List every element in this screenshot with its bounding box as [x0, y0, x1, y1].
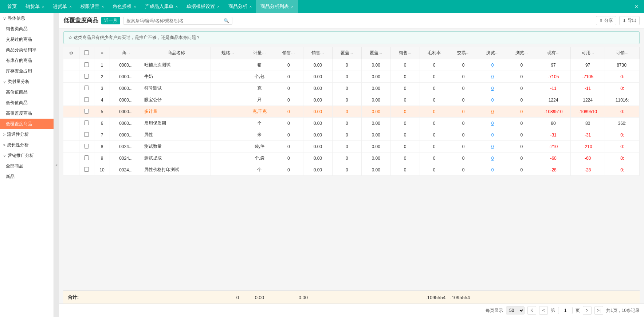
sidebar-section-flow[interactable]: > 流通性分析	[0, 129, 54, 140]
nav-goods-analysis[interactable]: 商品分析 ×	[224, 0, 256, 13]
row-browse1[interactable]: 0	[478, 164, 507, 176]
nav-role-auth[interactable]: 角色授权 ×	[108, 0, 140, 13]
row-checkbox[interactable]	[79, 118, 94, 129]
row-browse1[interactable]: 0	[478, 71, 507, 83]
col-spec[interactable]: 规格...	[211, 47, 245, 59]
nav-product-entry[interactable]: 产成品入库单 ×	[141, 0, 182, 13]
nav-close-role[interactable]: ×	[134, 4, 136, 9]
nav-close-product[interactable]: ×	[176, 4, 178, 9]
nav-close-purchase[interactable]: ×	[69, 4, 71, 9]
export-button[interactable]: ⬇ 导出	[619, 16, 640, 25]
col-cov2[interactable]: 覆盖...	[361, 47, 390, 59]
sidebar-item-traded-goods[interactable]: 交易过的商品	[0, 34, 54, 45]
col-settings[interactable]: ⚙	[63, 47, 79, 59]
col-trade[interactable]: 交易...	[449, 47, 478, 59]
page-size-select[interactable]: 50 100 200	[506, 306, 525, 314]
col-code[interactable]: 商...	[110, 47, 142, 59]
row-browse1[interactable]: 0	[478, 83, 507, 94]
next-page-button[interactable]: >	[583, 306, 592, 315]
row-select-checkbox[interactable]	[84, 109, 89, 114]
col-available[interactable]: 可用...	[570, 47, 605, 59]
nav-home[interactable]: 首页	[3, 0, 21, 13]
sidebar-section-quality[interactable]: ∨ 类射量分析	[0, 76, 54, 87]
row-sellable: 0:	[605, 83, 640, 94]
sidebar-item-high-value[interactable]: 高价值商品	[0, 87, 54, 98]
row-browse1[interactable]: 0	[478, 129, 507, 141]
sidebar-collapse-button[interactable]: «	[54, 13, 59, 317]
row-checkbox[interactable]	[79, 129, 94, 141]
row-browse1[interactable]: 0	[478, 152, 507, 164]
sidebar-item-new-goods[interactable]: 新品	[0, 171, 54, 182]
row-select-checkbox[interactable]	[84, 132, 89, 137]
row-browse1[interactable]: 0	[478, 94, 507, 106]
col-sales1[interactable]: 销售...	[274, 47, 303, 59]
share-button[interactable]: ⬆ 分享	[596, 16, 616, 25]
table-row: 9 0024... 测试提成 个,袋 0 0.00 0 0.00 0 0 0 0…	[63, 152, 640, 164]
row-sales1: 0	[274, 164, 303, 176]
col-current[interactable]: 现有...	[536, 47, 570, 59]
row-checkbox[interactable]	[79, 106, 94, 118]
col-unit[interactable]: 计量...	[245, 47, 274, 59]
prev-page-button[interactable]: <	[539, 306, 548, 315]
col-sales2[interactable]: 销售...	[303, 47, 332, 59]
search-input[interactable]	[126, 18, 222, 23]
row-select-checkbox[interactable]	[84, 62, 89, 67]
sidebar-item-inventory-capital[interactable]: 库存资金占用	[0, 66, 54, 76]
sidebar-section-marketing[interactable]: ∨ 营销推广分析	[0, 150, 54, 161]
row-browse1[interactable]: 0	[478, 118, 507, 129]
row-browse1[interactable]: 0	[478, 106, 507, 118]
nav-goods-analysis-list[interactable]: 商品分析列表 ×	[256, 0, 298, 13]
col-browse1[interactable]: 浏览...	[478, 47, 507, 59]
nav-purchase-order[interactable]: 进货单 ×	[48, 0, 76, 13]
col-checkbox[interactable]	[79, 47, 94, 59]
row-browse1[interactable]: 0	[478, 141, 507, 152]
nav-sales-order[interactable]: 销货单 ×	[21, 0, 48, 13]
col-sales3[interactable]: 销售...	[390, 47, 420, 59]
row-browse1[interactable]: 0	[478, 59, 507, 71]
sidebar-section-overall[interactable]: ∨ 整体信息	[0, 13, 54, 24]
select-all-checkbox[interactable]	[84, 50, 89, 55]
nav-close-sales[interactable]: ×	[42, 4, 44, 9]
nav-close-goods-analysis-list[interactable]: ×	[291, 4, 293, 9]
row-num: 1	[94, 59, 110, 71]
nav-close-permission[interactable]: ×	[102, 4, 104, 9]
row-checkbox[interactable]	[79, 164, 94, 176]
row-select-checkbox[interactable]	[84, 120, 89, 125]
row-checkbox[interactable]	[79, 94, 94, 106]
sidebar-item-high-coverage[interactable]: 高覆盖度商品	[0, 108, 54, 119]
sidebar-item-category-rate[interactable]: 商品分类动销率	[0, 45, 54, 55]
sidebar-item-all-goods[interactable]: 全部商品	[0, 161, 54, 171]
page-number-input[interactable]	[558, 307, 573, 314]
first-page-button[interactable]: K	[527, 306, 536, 315]
row-checkbox[interactable]	[79, 59, 94, 71]
col-name[interactable]: 商品名称	[142, 47, 211, 59]
nav-permission-settings[interactable]: 权限设置 ×	[76, 0, 108, 13]
row-select-checkbox[interactable]	[84, 167, 89, 172]
col-browse2[interactable]: 浏览...	[507, 47, 536, 59]
col-sellable[interactable]: 可销...	[605, 47, 640, 59]
row-checkbox[interactable]	[79, 141, 94, 152]
table-row: 5 0000... 多计量 克,千克 0 0.00 0 0.00 0 0 0 0…	[63, 106, 640, 118]
row-select-checkbox[interactable]	[84, 144, 89, 148]
sidebar-item-stocked-goods[interactable]: 有库存的商品	[0, 55, 54, 66]
row-select-checkbox[interactable]	[84, 97, 89, 102]
nav-close-template[interactable]: ×	[217, 4, 219, 9]
nav-close-goods-analysis[interactable]: ×	[250, 4, 252, 9]
nav-template-settings[interactable]: 单据模板设置 ×	[182, 0, 224, 13]
row-select-checkbox[interactable]	[84, 155, 89, 160]
window-close-button[interactable]: ×	[632, 3, 641, 10]
row-checkbox[interactable]	[79, 71, 94, 83]
sidebar-item-sales-goods[interactable]: 销售类商品	[0, 24, 54, 34]
last-page-button[interactable]: >|	[594, 306, 603, 315]
sidebar-item-low-value[interactable]: 低价值商品	[0, 98, 54, 108]
sidebar-section-growth[interactable]: > 成长性分析	[0, 140, 54, 150]
col-gross[interactable]: 毛利率	[420, 47, 449, 59]
row-checkbox[interactable]	[79, 152, 94, 164]
row-checkbox[interactable]	[79, 83, 94, 94]
row-select-checkbox[interactable]	[84, 74, 89, 79]
col-cov1[interactable]: 覆盖...	[332, 47, 361, 59]
row-spec	[211, 71, 245, 83]
row-select-checkbox[interactable]	[84, 86, 89, 90]
sidebar-item-low-coverage[interactable]: 低覆盖度商品	[0, 119, 54, 129]
time-filter-badge[interactable]: 近一月	[101, 17, 120, 24]
